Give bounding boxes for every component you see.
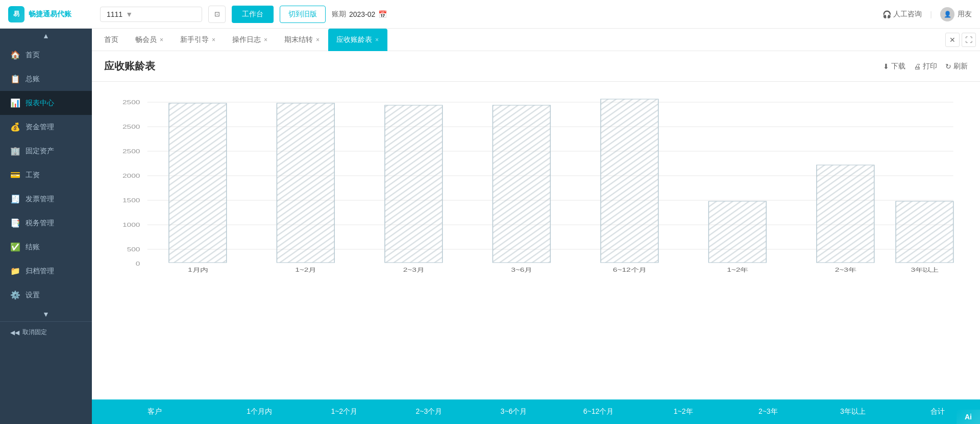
cancel-fixed-button[interactable]: ◀◀ 取消固定 bbox=[0, 321, 92, 343]
sidebar-item-invoice[interactable]: 🧾 发票管理 bbox=[0, 187, 92, 211]
ai-label: Ai bbox=[965, 413, 972, 421]
svg-text:2500: 2500 bbox=[122, 124, 140, 130]
tab-guide-close[interactable]: × bbox=[212, 36, 215, 43]
tab-guide-label: 新手引导 bbox=[180, 35, 209, 44]
tax-icon: 📑 bbox=[10, 218, 20, 228]
tab-period-end[interactable]: 期末结转 × bbox=[276, 29, 328, 51]
divider: | bbox=[930, 10, 932, 18]
sidebar-item-tax[interactable]: 📑 税务管理 bbox=[0, 211, 92, 235]
svg-text:1~2月: 1~2月 bbox=[295, 267, 316, 273]
sidebar-label-archive: 归档管理 bbox=[26, 267, 54, 276]
user-area[interactable]: 👤 用友 bbox=[940, 7, 972, 21]
svg-text:2500: 2500 bbox=[122, 99, 140, 105]
tab-member-close[interactable]: × bbox=[160, 36, 163, 43]
calendar-icon[interactable]: 📅 bbox=[378, 10, 387, 18]
svg-text:1000: 1000 bbox=[122, 222, 140, 228]
svg-text:500: 500 bbox=[127, 246, 140, 252]
avatar: 👤 bbox=[940, 7, 954, 21]
bar-3-6月 bbox=[493, 105, 550, 263]
tab-period-end-label: 期末结转 bbox=[284, 35, 313, 44]
archive-icon: 📁 bbox=[10, 266, 20, 276]
pin-icon: ◀◀ bbox=[10, 329, 19, 336]
sidebar-item-checkout[interactable]: ✅ 结账 bbox=[0, 235, 92, 259]
sidebar-item-assets[interactable]: 🏢 固定资产 bbox=[0, 139, 92, 163]
sidebar-item-archive[interactable]: 📁 归档管理 bbox=[0, 259, 92, 283]
tab-member-label: 畅会员 bbox=[135, 35, 157, 44]
tab-home[interactable]: 首页 bbox=[96, 29, 127, 51]
refresh-button[interactable]: ↻ 刷新 bbox=[945, 62, 968, 71]
period-label: 账期 bbox=[332, 10, 346, 19]
logo-icon: 易 bbox=[8, 6, 24, 22]
reports-icon: 📊 bbox=[10, 98, 20, 108]
tab-aging-label: 应收账龄表 bbox=[336, 35, 372, 44]
assets-icon: 🏢 bbox=[10, 146, 20, 156]
home-icon: 🏠 bbox=[10, 50, 20, 60]
tab-aging[interactable]: 应收账龄表 × bbox=[328, 29, 387, 51]
svg-text:2~3月: 2~3月 bbox=[403, 267, 424, 273]
company-name: 1111 bbox=[107, 10, 122, 18]
refresh-label: 刷新 bbox=[953, 62, 968, 71]
company-select[interactable]: 1111 ▼ bbox=[100, 7, 202, 22]
bar-2-3月 bbox=[385, 105, 443, 263]
tabs-bar: 首页 畅会员 × 新手引导 × 操作日志 × 期末结转 × 应收账龄表 × bbox=[92, 29, 980, 51]
copy-button[interactable]: ⊡ bbox=[208, 6, 226, 23]
bar-2-3年 bbox=[817, 165, 874, 263]
sidebar: ▲ 🏠 首页 📋 总账 📊 报表中心 💰 资金管理 🏢 固定资产 💳 工资 🧾 … bbox=[0, 29, 92, 424]
svg-text:0: 0 bbox=[136, 261, 140, 267]
sidebar-item-home[interactable]: 🏠 首页 bbox=[0, 43, 92, 67]
workbench-button[interactable]: 工作台 bbox=[232, 6, 274, 23]
bar-6-12月 bbox=[601, 99, 658, 263]
svg-text:2500: 2500 bbox=[122, 148, 140, 154]
tabs-close-button[interactable]: ✕ bbox=[945, 33, 960, 47]
content-area: 首页 畅会员 × 新手引导 × 操作日志 × 期末结转 × 应收账龄表 × bbox=[92, 29, 980, 424]
sidebar-scroll-up[interactable]: ▲ bbox=[0, 29, 92, 43]
sidebar-label-tax: 税务管理 bbox=[26, 219, 54, 228]
sidebar-label-home: 首页 bbox=[26, 51, 40, 60]
tab-period-end-close[interactable]: × bbox=[316, 36, 320, 43]
bar-chart: 2500 2500 2500 2000 1500 1000 500 0 bbox=[104, 92, 968, 276]
svg-text:1月内: 1月内 bbox=[188, 267, 208, 273]
tab-oplog-label: 操作日志 bbox=[232, 35, 261, 44]
bar-1-2年 bbox=[708, 201, 766, 263]
svg-text:1~2年: 1~2年 bbox=[727, 267, 748, 273]
header-middle: 1111 ▼ ⊡ 工作台 切到旧版 账期 2023-02 📅 bbox=[100, 6, 883, 23]
th-3-6month: 3~6个月 bbox=[471, 407, 556, 416]
sidebar-label-checkout: 结账 bbox=[26, 243, 40, 252]
svg-text:3年以上: 3年以上 bbox=[911, 267, 939, 273]
checkout-icon: ✅ bbox=[10, 242, 20, 252]
sidebar-item-ledger[interactable]: 📋 总账 bbox=[0, 67, 92, 91]
sidebar-label-assets: 固定资产 bbox=[26, 147, 54, 156]
sidebar-label-salary: 工资 bbox=[26, 171, 40, 180]
th-6-12month: 6~12个月 bbox=[556, 407, 641, 416]
sidebar-label-ledger: 总账 bbox=[26, 75, 40, 84]
header-right: 🎧 人工咨询 | 👤 用友 bbox=[883, 7, 972, 21]
user-label: 用友 bbox=[958, 10, 972, 19]
sidebar-item-reports[interactable]: 📊 报表中心 bbox=[0, 91, 92, 115]
sidebar-scroll-down[interactable]: ▼ bbox=[0, 307, 92, 321]
sidebar-item-salary[interactable]: 💳 工资 bbox=[0, 163, 92, 187]
th-2-3year: 2~3年 bbox=[726, 407, 811, 416]
svg-text:6~12个月: 6~12个月 bbox=[613, 267, 646, 273]
funds-icon: 💰 bbox=[10, 122, 20, 132]
chart-wrapper: 2500 2500 2500 2000 1500 1000 500 0 bbox=[104, 92, 968, 276]
period-area: 账期 2023-02 📅 bbox=[332, 10, 387, 19]
tab-aging-close[interactable]: × bbox=[375, 36, 379, 43]
bar-1月内 bbox=[169, 103, 227, 263]
sidebar-item-settings[interactable]: ⚙️ 设置 bbox=[0, 283, 92, 307]
ai-badge[interactable]: Ai bbox=[957, 410, 980, 424]
sidebar-item-funds[interactable]: 💰 资金管理 bbox=[0, 115, 92, 139]
switch-version-button[interactable]: 切到旧版 bbox=[280, 6, 326, 23]
tabs-expand-button[interactable]: ⛶ bbox=[962, 33, 976, 47]
consult-button[interactable]: 🎧 人工咨询 bbox=[883, 10, 922, 19]
refresh-icon: ↻ bbox=[945, 62, 951, 70]
period-value: 2023-02 bbox=[349, 10, 375, 18]
report-header: 应收账龄表 ⬇ 下载 🖨 打印 ↻ 刷新 bbox=[92, 51, 980, 82]
download-button[interactable]: ⬇ 下载 bbox=[883, 62, 905, 71]
tab-oplog-close[interactable]: × bbox=[264, 36, 267, 43]
tab-guide[interactable]: 新手引导 × bbox=[172, 29, 224, 51]
svg-text:2~3年: 2~3年 bbox=[835, 267, 856, 273]
tab-member[interactable]: 畅会员 × bbox=[127, 29, 172, 51]
print-button[interactable]: 🖨 打印 bbox=[914, 62, 937, 71]
chart-container: 2500 2500 2500 2000 1500 1000 500 0 bbox=[92, 82, 980, 399]
tab-oplog[interactable]: 操作日志 × bbox=[224, 29, 276, 51]
